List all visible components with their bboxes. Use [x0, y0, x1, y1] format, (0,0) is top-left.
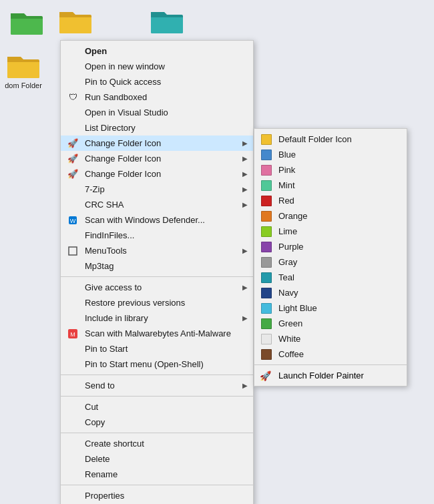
submenu-arrow-crc-sha: ▶ [242, 201, 248, 208]
svg-rect-2 [69, 247, 77, 255]
submenu-arrow-send-to: ▶ [242, 382, 248, 389]
color-label-gray: Gray [278, 257, 297, 267]
menu-label-menu-tools: MenuTools [85, 246, 127, 256]
color-item-lime[interactable]: Lime [254, 224, 407, 239]
menu-item-change-folder-icon3[interactable]: 🚀Change Folder Icon▶ [61, 166, 253, 182]
menu-item-include-library[interactable]: Include in library▶ [61, 310, 253, 326]
color-label-mint: Mint [278, 180, 295, 190]
color-item-orange[interactable]: Orange [254, 208, 407, 224]
menu-label-pin-start: Pin to Start [85, 344, 128, 354]
submenu-arrow-include-library: ▶ [242, 314, 248, 322]
color-swatch-gray [261, 257, 272, 268]
color-item-gray[interactable]: Gray [254, 254, 407, 270]
color-submenu: Default Folder IconBluePinkMintRedOrange… [254, 128, 407, 387]
launch-label: Launch Folder Painter [278, 370, 364, 381]
menu-item-give-access[interactable]: Give access to▶ [61, 280, 253, 295]
color-label-lime: Lime [278, 226, 297, 236]
menu-item-pin-quick[interactable]: Pin to Quick access [61, 74, 253, 89]
menu-label-copy: Copy [85, 417, 105, 427]
menu-label-pin-quick: Pin to Quick access [85, 77, 161, 87]
color-label-pink: Pink [278, 165, 295, 175]
submenu-arrow-give-access: ▶ [242, 284, 248, 291]
menu-item-mp3tag[interactable]: Mp3tag [61, 258, 253, 274]
menu-item-copy[interactable]: Copy [61, 415, 253, 430]
menu-label-change-folder-icon1: Change Folder Icon [85, 138, 161, 148]
menu-item-scan-defender[interactable]: WScan with Windows Defender... [61, 212, 253, 228]
color-label-navy: Navy [278, 288, 298, 298]
menu-item-scan-malware[interactable]: MScan with Malwarebytes Anti-Malware [61, 326, 253, 341]
menu-item-create-shortcut[interactable]: Create shortcut [61, 436, 253, 451]
color-swatch-blue [261, 150, 272, 160]
color-swatch-lightblue [261, 303, 272, 314]
color-swatch-mint [261, 180, 272, 191]
color-item-blue[interactable]: Blue [254, 147, 407, 162]
menu-item-cut[interactable]: Cut [61, 399, 253, 415]
color-item-navy[interactable]: Navy [254, 285, 407, 300]
menu-item-open-new-window[interactable]: Open in new window [61, 59, 253, 74]
color-item-green[interactable]: Green [254, 316, 407, 331]
color-swatch-lime [261, 226, 272, 237]
submenu-arrow-menu-tools: ▶ [242, 247, 248, 254]
menu-item-change-folder-icon1[interactable]: 🚀Change Folder Icon▶ [61, 136, 253, 151]
color-item-red[interactable]: Red [254, 193, 407, 208]
menu-item-list-dir[interactable]: List Directory [61, 120, 253, 136]
menu-label-restore-versions: Restore previous versions [85, 298, 185, 308]
color-swatch-coffee [261, 349, 272, 360]
launch-rocket-icon: 🚀 [260, 370, 271, 381]
menu-item-find-in-files[interactable]: FindInFiles... [61, 228, 253, 243]
color-item-lightblue[interactable]: Light Blue [254, 300, 407, 316]
menu-item-open-vs[interactable]: Open in Visual Studio [61, 105, 253, 120]
color-item-white[interactable]: White [254, 331, 407, 346]
menu-label-open-new-window: Open in new window [85, 61, 165, 71]
color-label-white: White [278, 334, 300, 344]
menu-icon-menu-tools [66, 246, 79, 256]
menu-icon-change-folder-icon2: 🚀 [66, 154, 79, 164]
color-label-teal: Teal [278, 272, 294, 282]
menu-item-delete[interactable]: Delete [61, 451, 253, 467]
color-label-coffee: Coffee [278, 349, 304, 359]
color-swatch-green [261, 318, 272, 329]
menu-icon-change-folder-icon3: 🚀 [66, 169, 79, 180]
menu-label-run-sandboxed: Run Sandboxed [85, 92, 147, 102]
menu-separator-sep3 [61, 396, 253, 397]
menu-item-pin-start-menu[interactable]: Pin to Start menu (Open-Shell) [61, 356, 253, 372]
submenu-arrow-change-folder-icon3: ▶ [242, 170, 248, 178]
submenu-arrow-7zip: ▶ [242, 186, 248, 193]
menu-item-rename[interactable]: Rename [61, 467, 253, 482]
color-label-red: Red [278, 196, 294, 206]
svg-text:W: W [70, 218, 76, 224]
desktop-folder-yellow[interactable] [52, 5, 99, 35]
desktop-folder-green[interactable] [3, 7, 50, 36]
menu-label-scan-malware: Scan with Malwarebytes Anti-Malware [85, 328, 231, 338]
menu-icon-scan-malware: M [66, 328, 79, 339]
menu-item-pin-start[interactable]: Pin to Start [61, 341, 253, 356]
menu-label-cut: Cut [85, 402, 98, 412]
menu-item-open[interactable]: Open [61, 43, 253, 59]
launch-folder-painter[interactable]: 🚀Launch Folder Painter [254, 368, 407, 383]
menu-label-scan-defender: Scan with Windows Defender... [85, 215, 205, 225]
color-item-default[interactable]: Default Folder Icon [254, 132, 407, 147]
menu-label-change-folder-icon3: Change Folder Icon [85, 169, 161, 179]
color-swatch-default [261, 134, 272, 145]
color-item-pink[interactable]: Pink [254, 162, 407, 178]
menu-item-change-folder-icon2[interactable]: 🚀Change Folder Icon▶ [61, 151, 253, 166]
menu-item-menu-tools[interactable]: MenuTools▶ [61, 243, 253, 258]
menu-item-properties[interactable]: Properties [61, 488, 253, 503]
menu-item-send-to[interactable]: Send to▶ [61, 378, 253, 393]
color-item-coffee[interactable]: Coffee [254, 346, 407, 362]
color-item-purple[interactable]: Purple [254, 239, 407, 254]
menu-item-run-sandboxed[interactable]: 🛡Run Sandboxed [61, 89, 253, 105]
color-label-green: Green [278, 318, 302, 328]
desktop-folder-teal[interactable] [144, 5, 190, 35]
menu-item-crc-sha[interactable]: CRC SHA▶ [61, 197, 253, 212]
menu-item-restore-versions[interactable]: Restore previous versions [61, 295, 253, 310]
menu-label-change-folder-icon2: Change Folder Icon [85, 154, 161, 164]
menu-icon-change-folder-icon1: 🚀 [66, 138, 79, 149]
menu-label-7zip: 7-Zip [85, 184, 105, 194]
color-swatch-pink [261, 165, 272, 176]
desktop-folder-dom[interactable]: dom Folder [0, 50, 47, 89]
menu-item-7zip[interactable]: 7-Zip▶ [61, 182, 253, 197]
color-item-teal[interactable]: Teal [254, 270, 407, 285]
color-item-mint[interactable]: Mint [254, 178, 407, 193]
menu-label-delete: Delete [85, 454, 110, 464]
